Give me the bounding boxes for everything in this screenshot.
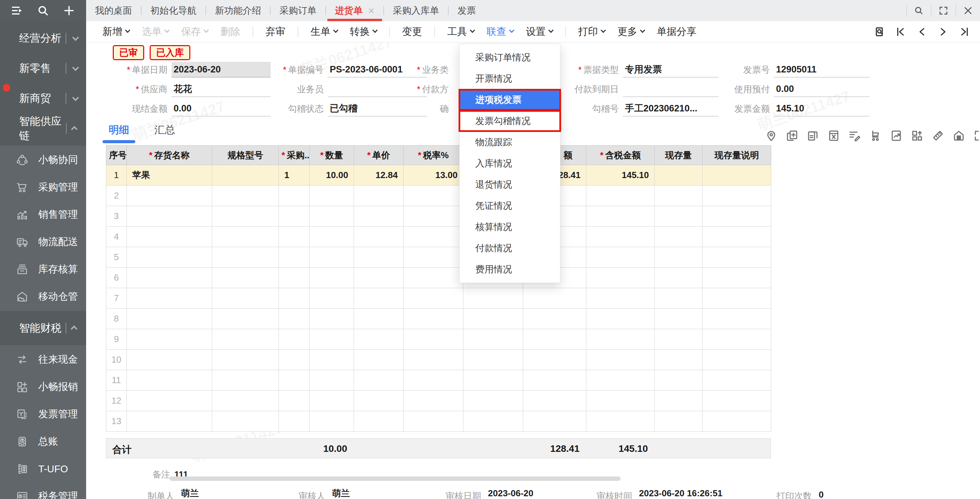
first-page-icon[interactable] [895,26,906,37]
sidebar-item-logistics[interactable]: 物流配送 [0,228,86,256]
grid-empty-row[interactable]: 2 [106,186,771,206]
col-qty[interactable]: *数量 [310,146,354,165]
export-excel-icon[interactable] [827,129,840,142]
grid-empty-row[interactable]: 11 [106,370,771,391]
grid-empty-row[interactable]: 5 [106,247,771,268]
grid-empty-row[interactable]: 6 [106,268,771,288]
search-icon[interactable] [906,5,931,17]
prev-page-icon[interactable] [916,26,928,37]
tab-init-nav[interactable]: 初始化导航 [142,0,205,21]
grid-empty-row[interactable]: 4 [106,226,771,247]
menu-item-invoice-check-status[interactable]: 发票勾稽情况 [460,110,560,132]
sidebar-group-supply-chain[interactable]: 智能供应链 [0,113,86,143]
sidebar-item-tufo[interactable]: T-UFO [0,455,86,483]
save-button[interactable]: 保存 [181,25,208,38]
close-icon[interactable]: × [368,5,374,17]
col-purchase[interactable]: *采购... [279,146,310,165]
col-item-name[interactable]: *存货名称 [127,146,212,165]
menu-icon[interactable] [10,4,24,18]
sidebar-group-analytics[interactable]: 经营分析 [0,23,86,53]
menu-item-logistics-tracking[interactable]: 物流跟踪 [460,132,560,153]
cart-icon[interactable] [869,129,882,142]
warehouse-icon[interactable] [952,129,965,142]
add-button[interactable]: 新增 [102,25,129,38]
menu-item-expense-status[interactable]: 费用情况 [460,259,560,280]
grid-row-1[interactable]: 1 苹果 1 10.00 12.84 13.00 128.41 145.10 [106,165,771,186]
unaudit-button[interactable]: 弃审 [266,25,285,38]
tools-button[interactable]: 工具 [447,25,474,38]
sidebar-group-trade[interactable]: 新商贸 [0,83,86,113]
tab-my-desktop[interactable]: 我的桌面 [86,0,141,21]
col-spec[interactable]: 规格型号 [212,146,279,165]
print-button[interactable]: 打印 [578,25,605,38]
select-doc-button[interactable]: 选单 [142,25,169,38]
menu-item-input-tax-invoice[interactable]: 进项税发票 [460,89,560,110]
sidebar-group-retail[interactable]: 新零售 [0,53,86,83]
col-tax-incl[interactable]: *含税金额 [586,146,655,165]
more-button[interactable]: 更多 [617,25,644,38]
sidebar-item-cash[interactable]: 往来现金 [0,346,86,373]
sidebar-item-tax[interactable]: 税务管理 [0,483,86,499]
paste-icon[interactable] [807,129,819,142]
col-stock-note[interactable]: 现存量说明 [703,146,771,165]
tab-new-features[interactable]: 新功能介绍 [206,0,270,21]
grid-empty-row[interactable]: 10 [106,350,771,370]
share-doc-button[interactable]: 单据分享 [657,25,697,38]
invoice-no-input[interactable]: 12905011 [774,62,870,78]
grid-empty-row[interactable]: 7 [106,288,771,309]
ruler-icon[interactable] [931,129,945,142]
delete-button[interactable]: 删除 [220,25,240,38]
col-stock[interactable]: 现存量 [655,146,703,165]
tab-purchase-receipt[interactable]: 进货单 × [326,0,383,21]
menu-item-invoicing-status[interactable]: 开票情况 [460,68,560,89]
sidebar-item-collab[interactable]: 小畅协同 [0,146,86,174]
menu-item-inbound-status[interactable]: 入库情况 [460,153,560,174]
sidebar-item-mobile-warehouse[interactable]: 移动仓管 [0,283,86,310]
fullscreen-icon[interactable] [973,129,980,142]
convert-button[interactable]: 转换 [350,25,377,38]
doc-search-icon[interactable] [874,26,885,37]
col-price[interactable]: *单价 [354,146,404,165]
close-icon[interactable] [955,5,980,17]
col-tax-rate[interactable]: *税率% [404,146,463,165]
tab-detail[interactable]: 明细 [106,123,132,143]
add-icon[interactable] [62,4,76,18]
next-page-icon[interactable] [938,26,948,37]
menu-item-voucher-status[interactable]: 凭证情况 [460,195,560,216]
layout-up-icon[interactable] [911,129,924,142]
tab-purchase-inbound[interactable]: 采购入库单 [384,0,448,21]
grid-empty-row[interactable]: 9 [106,329,771,350]
sidebar-item-ledger[interactable]: 总账 [0,428,86,455]
sidebar-item-inventory[interactable]: 库存核算 [0,256,86,283]
horizontal-scrollbar[interactable] [170,477,620,481]
menu-item-return-status[interactable]: 退货情况 [460,174,560,195]
invoice-amount-input[interactable]: 145.10 [774,101,870,116]
grid-empty-row[interactable]: 8 [106,309,771,329]
copy-add-icon[interactable] [786,129,799,142]
location-icon[interactable] [765,129,778,142]
linked-query-button[interactable]: 联查 [487,25,514,38]
generate-doc-button[interactable]: 生单 [310,25,337,38]
sidebar-item-purchase[interactable]: 采购管理 [0,174,86,201]
tab-purchase-order[interactable]: 采购订单 [270,0,325,21]
batch-edit-icon[interactable] [848,129,861,142]
col-seq[interactable]: 序号 [106,146,127,165]
menu-item-payment-status[interactable]: 付款情况 [460,238,560,259]
tab-summary[interactable]: 汇总 [152,123,178,143]
settings-button[interactable]: 设置 [526,25,553,38]
last-page-icon[interactable] [959,26,970,37]
sidebar-item-sales[interactable]: 销售管理 [0,201,86,228]
tab-invoice[interactable]: 发票 [449,0,485,21]
doc-trend-icon[interactable] [890,129,903,142]
fullscreen-icon[interactable] [931,5,955,17]
sidebar-item-expense[interactable]: 小畅报销 [0,373,86,400]
sidebar-item-invoice[interactable]: 发票管理 [0,400,86,428]
search-icon[interactable] [36,4,50,18]
sidebar-group-finance[interactable]: 智能财税 [0,313,86,343]
grid-empty-row[interactable]: 3 [106,206,771,226]
prepay-input[interactable]: 0.00 [774,81,870,97]
grid-empty-row[interactable]: 13 [106,411,771,432]
menu-item-accounting-status[interactable]: 核算情况 [460,216,560,238]
grid-empty-row[interactable]: 12 [106,391,771,411]
menu-item-purchase-order-status[interactable]: 采购订单情况 [460,47,560,68]
